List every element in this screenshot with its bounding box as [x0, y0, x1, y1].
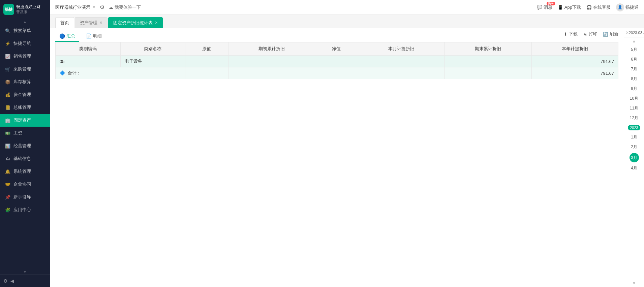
tab-depreciation-close[interactable]: ✕	[155, 21, 158, 25]
total-end-acc	[445, 67, 532, 79]
sidebar-item-app-center[interactable]: 🧩 应用中心	[0, 203, 50, 216]
year-badge-2023[interactable]: 2023	[628, 125, 640, 130]
date-down-arrow-icon: ▼	[632, 281, 636, 286]
enterprise-icon: 🤝	[5, 181, 11, 187]
year-2023-section: 2023 1月 2月 3月 4月	[624, 123, 644, 173]
cloud-icon: ☁	[109, 5, 113, 10]
sidebar-item-purchase[interactable]: 🛒 采购管理	[0, 63, 50, 75]
month-item-5[interactable]: 5月	[628, 45, 640, 55]
payroll-icon: 💵	[5, 130, 11, 136]
download-button[interactable]: ⬇ 下载	[564, 31, 578, 37]
search-icon: 🔍	[5, 28, 11, 34]
sidebar-item-search[interactable]: 🔍 搜索菜单	[0, 24, 50, 37]
total-original	[185, 67, 228, 79]
settings-icon[interactable]: ⚙	[3, 278, 8, 284]
logo-text: 畅捷通好业财 普及版	[16, 4, 40, 15]
date-panel-expand-icon[interactable]: ⤢	[642, 30, 644, 35]
cell-yearly-dep: 791.67	[531, 56, 618, 67]
col-header-name: 类别名称	[120, 42, 185, 56]
topbar-actions: 💬 消息 99+ 📱 App下载 🎧 在线客服 👤 畅捷通	[537, 3, 639, 11]
app-download-icon: 📱	[558, 5, 563, 10]
month-item-1[interactable]: 1月	[628, 132, 640, 142]
content-area: 🔵 汇总 📄 明细 ⬇ 下载 🖨 打印	[50, 28, 644, 287]
month-item-10[interactable]: 10月	[627, 94, 641, 103]
messages-button[interactable]: 💬 消息 99+	[537, 4, 552, 10]
month-item-11[interactable]: 11月	[627, 103, 641, 113]
month-item-12[interactable]: 12月	[627, 113, 641, 123]
detail-tab-label: 明细	[93, 33, 102, 39]
date-panel-title: 2023.03	[629, 31, 642, 35]
sidebar-item-payroll[interactable]: 💵 工资	[0, 127, 50, 139]
user-profile[interactable]: 👤 畅捷通	[616, 3, 639, 11]
inventory-icon: 📦	[5, 79, 11, 85]
date-scroll-up[interactable]: ▲	[631, 37, 638, 45]
tabbar: 首页 资产管理 ✕ 固定资产折旧统计表 ✕	[50, 15, 644, 28]
month-item-9[interactable]: 9月	[628, 84, 640, 94]
sidebar-item-sales[interactable]: 📈 销售管理	[0, 50, 50, 63]
col-header-initial-acc: 期初累计折旧	[228, 42, 315, 56]
messages-icon: 💬	[537, 5, 542, 10]
month-item-3-active[interactable]: 3月	[630, 153, 639, 162]
messages-badge: 99+	[547, 2, 555, 5]
online-service-label: 在线客服	[593, 4, 611, 10]
year-2023-label: 2023	[624, 123, 644, 132]
topbar: 医疗器械行业演示 ▼ ⚙ ☁ 我要体验一下 💬 消息 99+ 📱 App下载 🎧…	[50, 0, 644, 15]
tab-depreciation-report[interactable]: 固定资产折旧统计表 ✕	[108, 17, 163, 28]
col-header-net: 净值	[315, 42, 358, 56]
month-item-6[interactable]: 6月	[628, 55, 640, 64]
app-download-button[interactable]: 📱 App下载	[558, 4, 581, 10]
month-item-8[interactable]: 8月	[628, 74, 640, 84]
sidebar-item-finance[interactable]: 💰 资金管理	[0, 88, 50, 101]
logo-title: 畅捷通好业财	[16, 4, 40, 10]
sidebar-item-guide[interactable]: 📌 新手引导	[0, 191, 50, 203]
sidebar-item-inventory[interactable]: 📦 库存核算	[0, 75, 50, 88]
tab-detail[interactable]: 📄 明细	[82, 31, 106, 42]
refresh-button[interactable]: 🔄 刷新	[603, 31, 618, 37]
tab-asset-mgmt[interactable]: 资产管理 ✕	[75, 17, 108, 28]
date-up-arrow-icon: ▲	[632, 39, 636, 43]
logo-subtitle: 普及版	[16, 9, 40, 14]
company-selector[interactable]: 医疗器械行业演示 ▼	[55, 4, 96, 10]
experience-button[interactable]: ☁ 我要体验一下	[109, 4, 141, 10]
print-button[interactable]: 🖨 打印	[583, 31, 597, 37]
summary-tab-label: 汇总	[66, 33, 75, 39]
fixed-assets-icon: 🏢	[5, 117, 11, 123]
print-label: 打印	[589, 31, 597, 37]
tab-asset-mgmt-label: 资产管理	[80, 20, 97, 26]
sidebar-item-label: 总账管理	[13, 104, 31, 110]
logo-icon: 畅捷	[3, 4, 14, 15]
date-panel-scroll[interactable]: 5月 6月 7月 8月 9月 10月 11月 12月 2023 1月	[624, 45, 644, 280]
tab-home[interactable]: 首页	[55, 17, 74, 28]
month-item-7[interactable]: 7月	[628, 64, 640, 74]
company-dropdown-arrow: ▼	[92, 5, 96, 9]
tab-asset-mgmt-close[interactable]: ✕	[99, 21, 102, 25]
sidebar-item-label: 销售管理	[13, 53, 31, 59]
sidebar-item-system[interactable]: 🔔 系统管理	[0, 165, 50, 178]
sidebar-item-fixed-assets[interactable]: 🏢 固定资产	[0, 114, 50, 127]
table-container: 类别编码 类别名称 原值 期初累计折旧 净值 本月计提折旧 期末累计折旧 本年计…	[50, 42, 624, 287]
date-panel-close-icon[interactable]: ✕	[625, 30, 629, 35]
sidebar-item-base-info[interactable]: 🗂 基础信息	[0, 152, 50, 165]
sales-icon: 📈	[5, 53, 11, 59]
topbar-settings-icon[interactable]: ⚙	[100, 4, 104, 10]
sidebar-scroll-down[interactable]: ▼	[23, 270, 27, 274]
online-service-button[interactable]: 🎧 在线客服	[586, 4, 611, 10]
sidebar-scroll-up[interactable]: ▲	[23, 20, 27, 24]
sidebar-item-ledger[interactable]: 📒 总账管理	[0, 101, 50, 114]
sidebar-item-enterprise[interactable]: 🤝 企业协同	[0, 178, 50, 191]
cell-end-acc	[445, 56, 532, 67]
total-row: 🔷 合计： 791.67	[56, 67, 618, 79]
month-item-4[interactable]: 4月	[628, 163, 640, 173]
summary-tab-icon: 🔵	[59, 33, 65, 39]
table-row: 05 电子设备 791.67	[56, 56, 618, 67]
sidebar-item-quick-nav[interactable]: ⚡ 快捷导航	[0, 37, 50, 50]
date-scroll-down[interactable]: ▼	[631, 280, 638, 287]
avatar: 👤	[616, 3, 624, 11]
tab-home-label: 首页	[60, 20, 69, 26]
finance-icon: 💰	[5, 92, 11, 98]
sidebar-logo: 畅捷 畅捷通好业财 普及版	[0, 0, 50, 19]
collapse-icon[interactable]: ◀	[10, 278, 14, 284]
tab-summary[interactable]: 🔵 汇总	[55, 31, 79, 42]
month-item-2[interactable]: 2月	[628, 142, 640, 152]
sidebar-item-operations[interactable]: 📊 经营管理	[0, 139, 50, 152]
